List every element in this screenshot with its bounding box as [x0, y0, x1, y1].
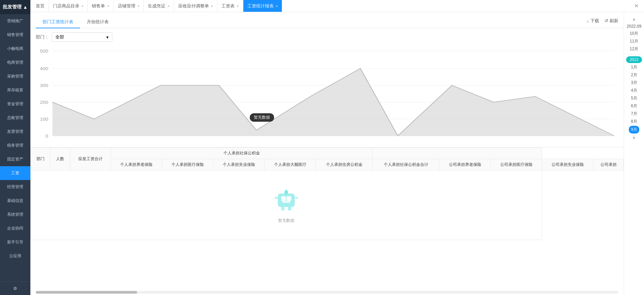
timeline-year-2022[interactable]: 2022.09 — [624, 23, 644, 30]
svg-text:100: 100 — [40, 117, 48, 121]
settings-button[interactable]: ⚙ — [0, 282, 30, 295]
sidebar-item-采购管理[interactable]: 采购管理 — [0, 69, 30, 83]
tab-4[interactable]: 生成凭证× — [144, 0, 174, 12]
timeline-month-12月[interactable]: 12月 — [628, 45, 640, 53]
empty-text: 暂无数据 — [278, 218, 294, 224]
sidebar-item-发票管理[interactable]: 发票管理 — [0, 125, 30, 139]
refresh-icon: ↺ — [605, 18, 608, 23]
th-department: 部门 — [31, 148, 50, 171]
tab-label-0: 首页 — [36, 3, 45, 9]
sub-tab-bar: 部门工资统计表 月份统计表 ↓ 下载 ↺ 刷新 — [30, 12, 624, 28]
th-personal-total: 个人承担社保公积金合计 — [372, 159, 439, 171]
tab-3[interactable]: 店铺管理× — [114, 0, 144, 12]
sidebar-item-企业协同[interactable]: 企业协同 — [0, 222, 30, 235]
th-company-pension: 公司承担养老保险 — [439, 159, 491, 171]
refresh-action[interactable]: ↺ 刷新 — [605, 18, 618, 24]
sidebar-item-营销推广[interactable]: 营销推广 — [0, 14, 30, 28]
sidebar-item-工资[interactable]: 工资 — [0, 166, 30, 180]
th-company-other: 公司承担 — [593, 159, 624, 171]
timeline-panel: ▲ 2022.09 10月11月12月 2022 1月2月3月4月5月6月7月8… — [624, 12, 644, 295]
data-table: 部门 人数 应发工资合计 个人承担社保公积金 个人承担养老保险 个人承担医疗保险… — [30, 147, 624, 240]
department-filter-select[interactable]: 全部 ▾ — [52, 32, 112, 42]
svg-rect-16 — [282, 201, 290, 203]
sub-tab-actions: ↓ 下载 ↺ 刷新 — [587, 18, 619, 27]
tab-close-3[interactable]: × — [137, 4, 139, 8]
tab-label-3: 店铺管理 — [118, 3, 135, 9]
timeline-up-arrow[interactable]: ▲ — [630, 15, 638, 23]
svg-rect-19 — [274, 197, 278, 199]
svg-rect-22 — [288, 207, 291, 210]
empty-robot-icon — [273, 187, 300, 214]
department-filter-value: 全部 — [55, 34, 64, 40]
svg-marker-12 — [52, 68, 614, 136]
sidebar-item-基础信息[interactable]: 基础信息 — [0, 194, 30, 208]
tab-department-stats[interactable]: 部门工资统计表 — [36, 16, 80, 28]
th-total-salary: 应发工资合计 — [70, 148, 111, 171]
th-personal-major-medical: 个人承担大额医疗 — [265, 159, 316, 171]
timeline-month-4月[interactable]: 4月 — [627, 87, 641, 94]
tab-0[interactable]: 首页 — [32, 0, 49, 12]
tab-7[interactable]: 工资统计报表× — [243, 0, 282, 12]
th-personal-unemployment: 个人承担失业保险 — [213, 159, 265, 171]
chevron-down-icon: ▾ — [106, 35, 109, 40]
table-empty-cell: 暂无数据 — [31, 171, 542, 240]
timeline-month-3月[interactable]: 3月 — [627, 79, 641, 87]
chart-area: 500 400 300 200 100 0 — [30, 46, 624, 147]
timeline-month-7月[interactable]: 7月 — [627, 110, 641, 118]
sidebar-item-系统管理[interactable]: 系统管理 — [0, 208, 30, 222]
tab-bar-close[interactable]: ✕ — [630, 3, 643, 9]
tab-1[interactable]: 门店商品目录× — [49, 0, 88, 12]
timeline-year-2022-label[interactable]: 2022 — [626, 56, 642, 63]
download-label: 下载 — [590, 18, 599, 24]
th-personal-pension: 个人承担养老保险 — [111, 159, 162, 171]
sidebar-item-固定资产[interactable]: 固定资产 — [0, 152, 30, 166]
sidebar-item-库存核算[interactable]: 库存核算 — [0, 83, 30, 97]
timeline-down-arrow[interactable]: ▼ — [630, 134, 638, 142]
sidebar-item-电商管理[interactable]: 电商管理 — [0, 56, 30, 69]
tab-close-1[interactable]: × — [81, 4, 83, 8]
tab-label-6: 工资表 — [221, 3, 235, 9]
tab-close-5[interactable]: × — [211, 4, 213, 8]
tab-close-6[interactable]: × — [237, 4, 239, 8]
sidebar-item-经营管理[interactable]: 经营管理 — [0, 180, 30, 194]
sidebar-title: 批发管理 — [3, 4, 22, 10]
timeline-month-5月[interactable]: 5月 — [627, 94, 641, 102]
tab-6[interactable]: 工资表× — [217, 0, 243, 12]
chart-tooltip: 暂无数据 — [250, 113, 274, 122]
th-company-unemployment: 公司承担失业保险 — [542, 159, 593, 171]
sidebar-item-新手引导[interactable]: 新手引导 — [0, 235, 30, 249]
sidebar-item-小畅电商[interactable]: 小畅电商 — [0, 42, 30, 56]
empty-state: 暂无数据 — [34, 173, 538, 237]
download-action[interactable]: ↓ 下载 — [587, 18, 599, 24]
timeline-divider — [626, 54, 642, 55]
tab-5[interactable]: 应收应付调整单× — [174, 0, 217, 12]
sidebar-item-云应用[interactable]: 云应用 — [0, 249, 30, 263]
tab-monthly-stats[interactable]: 月份统计表 — [80, 16, 115, 28]
sidebar-item-销售管理[interactable]: 销售管理 — [0, 28, 30, 42]
tab-label-7: 工资统计报表 — [247, 3, 274, 9]
th-personal-housing: 个人承担住房公积金 — [316, 159, 373, 171]
tab-close-4[interactable]: × — [167, 4, 169, 8]
timeline-month-2月[interactable]: 2月 — [627, 71, 641, 79]
tab-close-2[interactable]: × — [107, 4, 109, 8]
timeline-month-1月[interactable]: 1月 — [627, 63, 641, 71]
sidebar-item-资金管理[interactable]: 资金管理 — [0, 97, 30, 111]
timeline-month-10月[interactable]: 10月 — [628, 30, 640, 37]
horizontal-scrollbar[interactable] — [36, 291, 618, 294]
timeline-month-11月[interactable]: 11月 — [628, 37, 640, 45]
sidebar-top[interactable]: 批发管理 ▲ — [0, 0, 30, 14]
th-company-medical: 公司承担医疗保险 — [491, 159, 542, 171]
content-area: 部门工资统计表 月份统计表 ↓ 下载 ↺ 刷新 部门： — [30, 12, 644, 295]
sub-tabs: 部门工资统计表 月份统计表 — [36, 16, 115, 28]
sidebar-arrow: ▲ — [23, 4, 28, 10]
scrollbar-thumb[interactable] — [36, 291, 137, 294]
tab-2[interactable]: 销售单× — [88, 0, 113, 12]
timeline-month-6月[interactable]: 6月 — [627, 102, 641, 110]
timeline-month-9月[interactable]: 9月 — [629, 126, 639, 134]
sidebar: 批发管理 ▲ 营销推广销售管理小畅电商电商管理采购管理库存核算资金管理总账管理发… — [0, 0, 30, 295]
sidebar-item-税务管理[interactable]: 税务管理 — [0, 139, 30, 152]
tab-close-7[interactable]: × — [276, 4, 278, 8]
timeline-month-8月[interactable]: 8月 — [627, 118, 641, 125]
sidebar-item-总账管理[interactable]: 总账管理 — [0, 111, 30, 125]
table-wrapper[interactable]: 部门 人数 应发工资合计 个人承担社保公积金 个人承担养老保险 个人承担医疗保险… — [30, 147, 624, 291]
